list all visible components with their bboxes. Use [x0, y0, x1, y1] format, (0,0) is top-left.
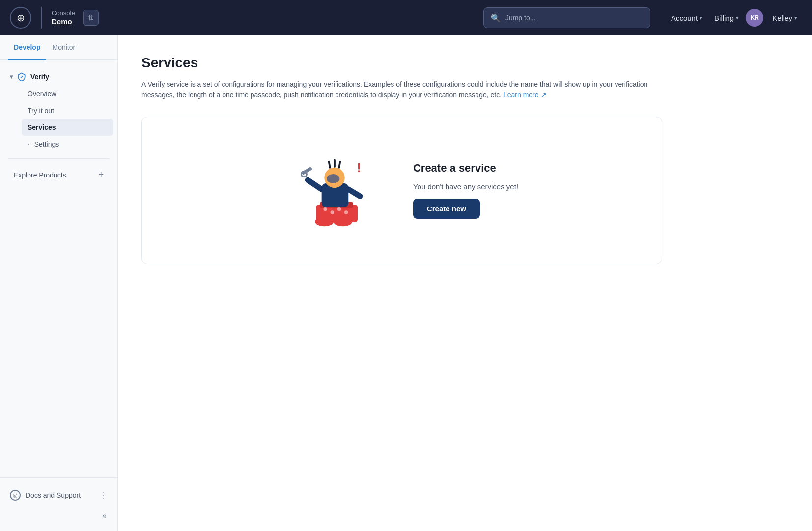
svg-text:!: !: [357, 160, 361, 175]
user-menu[interactable]: Kelley ▾: [767, 11, 802, 25]
account-chevron-icon: ▾: [700, 15, 702, 21]
user-chevron-icon: ▾: [794, 15, 797, 21]
card-subtitle: You don't have any services yet!: [413, 182, 518, 191]
search-icon: 🔍: [491, 13, 501, 23]
search-bar: 🔍: [483, 7, 650, 28]
collapse-sidebar-button[interactable]: «: [6, 508, 112, 523]
main-content: Services A Verify service is a set of co…: [118, 35, 812, 531]
card-title: Create a service: [413, 162, 518, 175]
sidebar: Develop Monitor ▾ Verify Ove: [0, 35, 118, 531]
svg-line-9: [308, 180, 321, 189]
svg-point-5: [344, 210, 348, 214]
nav-divider: [41, 7, 42, 29]
project-switcher[interactable]: ⇅: [83, 10, 99, 26]
billing-chevron-icon: ▾: [736, 15, 739, 21]
sidebar-item-overview[interactable]: Overview: [22, 86, 113, 102]
avatar: KR: [746, 9, 763, 27]
svg-point-3: [330, 210, 334, 214]
sidebar-item-services[interactable]: Services: [22, 119, 113, 136]
sidebar-nav: ▾ Verify Overview Try it out: [0, 60, 117, 477]
illustration: !: [285, 150, 384, 231]
search-input[interactable]: [505, 14, 643, 22]
svg-line-15: [329, 161, 330, 167]
svg-point-7: [334, 217, 352, 226]
tab-monitor[interactable]: Monitor: [46, 35, 81, 60]
verify-expand-icon: ▾: [10, 73, 13, 80]
sidebar-items: Overview Try it out Services › Settings: [4, 86, 113, 152]
svg-point-14: [327, 174, 339, 183]
sidebar-bottom: ◎ Docs and Support ⋮ «: [0, 477, 117, 531]
verify-shield-icon: [17, 72, 27, 82]
external-link-icon: ↗: [541, 89, 547, 100]
page-layout: Develop Monitor ▾ Verify Ove: [0, 35, 812, 531]
project-name[interactable]: Demo: [52, 17, 75, 26]
logo-icon[interactable]: ⊕: [10, 7, 31, 29]
tab-develop[interactable]: Develop: [8, 35, 46, 60]
create-new-button[interactable]: Create new: [413, 199, 480, 219]
verify-label: Verify: [30, 73, 49, 81]
svg-point-6: [315, 217, 334, 226]
plus-icon: +: [98, 170, 104, 180]
docs-and-support[interactable]: ◎ Docs and Support ⋮: [6, 486, 112, 504]
card-inner: ! Create a service You don't have any se…: [285, 150, 518, 231]
page-title: Services: [141, 55, 788, 71]
svg-line-12: [348, 189, 360, 196]
billing-menu[interactable]: Billing ▾: [709, 11, 744, 25]
card-content: Create a service You don't have any serv…: [413, 162, 518, 219]
docs-more-icon[interactable]: ⋮: [99, 490, 108, 501]
settings-chevron-icon: ›: [28, 141, 29, 147]
svg-line-17: [339, 161, 340, 167]
sidebar-divider: [8, 158, 110, 159]
sidebar-group-verify[interactable]: ▾ Verify: [4, 68, 113, 86]
account-menu[interactable]: Account ▾: [666, 11, 707, 25]
top-navigation: ⊕ Console Demo ⇅ 🔍 Account ▾ Billing ▾ K…: [0, 0, 812, 35]
sidebar-tabs: Develop Monitor: [0, 35, 117, 60]
sidebar-item-settings[interactable]: › Settings: [22, 136, 113, 152]
explore-products[interactable]: Explore Products +: [4, 165, 113, 185]
page-description: A Verify service is a set of configurati…: [141, 79, 662, 101]
docs-icon: ◎: [10, 490, 21, 501]
svg-point-2: [323, 207, 327, 211]
service-card: ! Create a service You don't have any se…: [141, 117, 662, 264]
nav-right-actions: Account ▾ Billing ▾ KR Kelley ▾: [666, 9, 802, 27]
console-label: Console: [52, 10, 75, 16]
svg-point-4: [337, 207, 341, 211]
sidebar-item-try-it-out[interactable]: Try it out: [22, 102, 113, 119]
sidebar-section-verify: ▾ Verify Overview Try it out: [0, 68, 117, 152]
learn-more-link[interactable]: Learn more ↗: [504, 89, 547, 100]
